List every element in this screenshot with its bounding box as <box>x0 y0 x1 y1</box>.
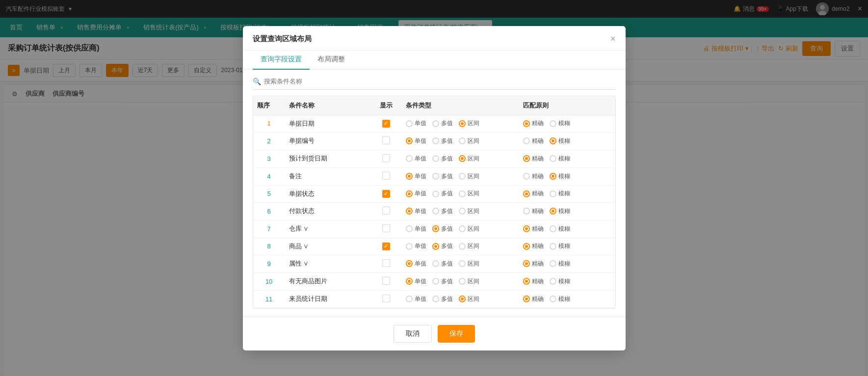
type-radio-range[interactable]: 区间 <box>459 119 479 128</box>
match-radio-exact[interactable]: 精确 <box>523 207 544 215</box>
display-checkbox[interactable] <box>382 259 390 267</box>
type-radio-range[interactable]: 区间 <box>459 225 479 233</box>
display-cell[interactable] <box>370 132 402 150</box>
display-checkbox[interactable] <box>382 295 390 302</box>
match-radio-fuzzy[interactable]: 模糊 <box>550 295 570 303</box>
type-radio-single[interactable]: 单值 <box>406 277 426 286</box>
type-radio-range[interactable]: 区间 <box>459 242 479 250</box>
col-type-header: 条件类型 <box>402 96 519 115</box>
type-radio-single[interactable]: 单值 <box>406 295 426 303</box>
type-radio-multi[interactable]: 多值 <box>432 242 453 250</box>
match-radio-fuzzy[interactable]: 模糊 <box>550 155 570 163</box>
display-checkbox[interactable] <box>382 207 390 215</box>
match-radio-exact[interactable]: 精确 <box>523 225 544 233</box>
match-radio-fuzzy[interactable]: 模糊 <box>550 207 570 215</box>
match-radio-exact[interactable]: 精确 <box>523 172 544 181</box>
display-checkbox[interactable] <box>382 190 390 198</box>
display-checkbox[interactable] <box>382 136 390 144</box>
match-radio-exact[interactable]: 精确 <box>523 260 544 268</box>
col-order-header: 顺序 <box>253 96 285 115</box>
type-radio-multi[interactable]: 多值 <box>432 119 453 128</box>
type-radio-range[interactable]: 区间 <box>459 189 479 198</box>
display-checkbox[interactable] <box>382 120 390 128</box>
display-cell[interactable] <box>370 150 402 167</box>
match-cell: 精确 模糊 <box>519 202 615 220</box>
type-radio-range[interactable]: 区间 <box>459 137 479 145</box>
type-radio-group: 单值 多值 区间 <box>406 119 515 128</box>
type-radio-multi[interactable]: 多值 <box>432 225 453 233</box>
type-radio-multi[interactable]: 多值 <box>432 295 453 303</box>
type-radio-range[interactable]: 区间 <box>459 277 479 286</box>
type-radio-multi[interactable]: 多值 <box>432 155 453 163</box>
type-radio-single[interactable]: 单值 <box>406 207 426 215</box>
match-radio-fuzzy[interactable]: 模糊 <box>550 119 570 128</box>
match-radio-fuzzy[interactable]: 模糊 <box>550 137 570 145</box>
type-radio-range[interactable]: 区间 <box>459 172 479 181</box>
match-radio-exact[interactable]: 精确 <box>523 295 544 303</box>
type-radio-multi[interactable]: 多值 <box>432 189 453 198</box>
display-cell[interactable] <box>370 220 402 238</box>
match-radio-fuzzy[interactable]: 模糊 <box>550 277 570 286</box>
type-radio-range[interactable]: 区间 <box>459 260 479 268</box>
match-radio-fuzzy[interactable]: 模糊 <box>550 225 570 233</box>
radio-label-multi: 多值 <box>441 155 453 163</box>
type-radio-single[interactable]: 单值 <box>406 189 426 198</box>
radio-circle-range <box>459 225 466 232</box>
radio-label-single: 单值 <box>415 295 426 303</box>
display-cell[interactable] <box>370 185 402 202</box>
save-button[interactable]: 保存 <box>438 325 475 343</box>
tab-query-fields[interactable]: 查询字段设置 <box>253 50 310 70</box>
match-radio-fuzzy[interactable]: 模糊 <box>550 242 570 250</box>
display-cell[interactable] <box>370 202 402 220</box>
type-radio-multi[interactable]: 多值 <box>432 137 453 145</box>
display-checkbox[interactable] <box>382 242 390 250</box>
radio-circle-single <box>406 155 413 162</box>
display-checkbox[interactable] <box>382 224 390 232</box>
match-radio-exact[interactable]: 精确 <box>523 137 544 145</box>
table-row: 3 预计到货日期 单值 多值 区间 精确 模糊 <box>253 150 615 167</box>
display-cell[interactable] <box>370 290 402 308</box>
modal-close-button[interactable]: × <box>610 34 616 50</box>
display-checkbox[interactable] <box>382 154 390 162</box>
match-radio-circle-exact <box>523 260 530 267</box>
type-radio-multi[interactable]: 多值 <box>432 172 453 181</box>
display-checkbox[interactable] <box>382 277 390 285</box>
type-radio-single[interactable]: 单值 <box>406 155 426 163</box>
type-radio-range[interactable]: 区间 <box>459 155 479 163</box>
display-cell[interactable] <box>370 238 402 255</box>
type-radio-single[interactable]: 单值 <box>406 119 426 128</box>
display-cell[interactable] <box>370 272 402 290</box>
tab-layout[interactable]: 布局调整 <box>310 50 353 70</box>
type-radio-single[interactable]: 单值 <box>406 260 426 268</box>
match-radio-circle-fuzzy <box>550 225 556 232</box>
radio-circle-single <box>406 260 413 267</box>
match-radio-label-exact: 精确 <box>532 119 544 128</box>
type-radio-multi[interactable]: 多值 <box>432 277 453 286</box>
type-radio-multi[interactable]: 多值 <box>432 207 453 215</box>
match-radio-fuzzy[interactable]: 模糊 <box>550 260 570 268</box>
match-radio-exact[interactable]: 精确 <box>523 242 544 250</box>
type-radio-single[interactable]: 单值 <box>406 172 426 181</box>
match-radio-fuzzy[interactable]: 模糊 <box>550 189 570 198</box>
search-input[interactable] <box>264 78 616 85</box>
match-radio-exact[interactable]: 精确 <box>523 189 544 198</box>
settings-table: 顺序 条件名称 显示 条件类型 匹配原则 1 单据日期 单值 <box>253 96 616 309</box>
match-radio-exact[interactable]: 精确 <box>523 277 544 286</box>
type-radio-single[interactable]: 单值 <box>406 137 426 145</box>
match-radio-group: 精确 模糊 <box>523 277 611 286</box>
display-checkbox[interactable] <box>382 172 390 180</box>
type-radio-multi[interactable]: 多值 <box>432 260 453 268</box>
match-radio-fuzzy[interactable]: 模糊 <box>550 172 570 181</box>
match-radio-group: 精确 模糊 <box>523 137 611 145</box>
type-radio-single[interactable]: 单值 <box>406 225 426 233</box>
display-cell[interactable] <box>370 115 402 132</box>
match-radio-exact[interactable]: 精确 <box>523 155 544 163</box>
type-radio-range[interactable]: 区间 <box>459 295 479 303</box>
cancel-button[interactable]: 取消 <box>394 325 432 343</box>
type-radio-range[interactable]: 区间 <box>459 207 479 215</box>
display-cell[interactable] <box>370 167 402 185</box>
match-radio-circle-fuzzy <box>550 190 556 197</box>
display-cell[interactable] <box>370 255 402 272</box>
type-radio-single[interactable]: 单值 <box>406 242 426 250</box>
match-radio-exact[interactable]: 精确 <box>523 119 544 128</box>
